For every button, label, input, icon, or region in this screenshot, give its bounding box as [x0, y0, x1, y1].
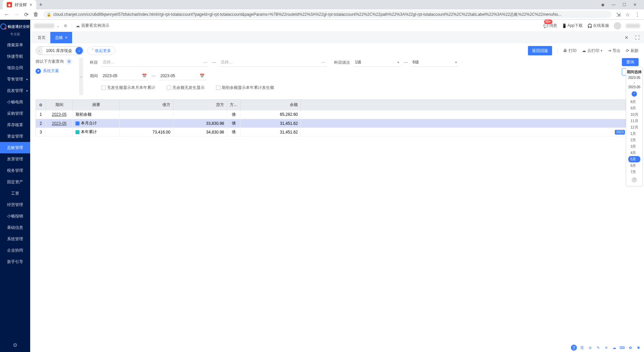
ellipsis-icon[interactable]: ⋯: [321, 60, 325, 65]
ime-icon[interactable]: 王: [571, 345, 577, 351]
sidebar-item[interactable]: 零售管理▸: [0, 73, 30, 85]
new-tab-button[interactable]: +: [39, 1, 43, 8]
sidebar-item[interactable]: 搜索菜单: [0, 39, 30, 51]
sidebar-item[interactable]: 工资: [0, 188, 30, 199]
sidebar-item[interactable]: 快捷导航: [0, 51, 30, 62]
period-link[interactable]: 2023-05: [52, 112, 66, 117]
period-month[interactable]: 1月: [628, 131, 640, 137]
url-input[interactable]: 🔒 cloud.chanjet.com/cc/u6d89qwnryel/57bf…: [43, 11, 611, 18]
close-window-icon[interactable]: ✕: [633, 2, 637, 7]
level-to-select[interactable]: 6级▾: [411, 58, 458, 67]
period-month[interactable]: 12月: [628, 124, 640, 131]
browser-tab[interactable]: ◆ 好业财 ×: [3, 0, 36, 9]
scheme-system[interactable]: ✦ 系统方案: [36, 68, 76, 74]
back-to-old-button[interactable]: 退回旧版: [528, 46, 552, 55]
period-month[interactable]: 10月: [628, 111, 640, 118]
tab-close-icon[interactable]: ×: [65, 35, 67, 40]
period-month[interactable]: 11月: [628, 118, 640, 124]
fullscreen-icon[interactable]: ⛶: [633, 34, 641, 42]
tab-close-icon[interactable]: ×: [30, 2, 32, 7]
sidebar-item[interactable]: 批发管理▸: [0, 85, 30, 96]
sidebar-item[interactable]: 税务管理: [0, 165, 30, 176]
period-month[interactable]: 2月: [628, 137, 640, 143]
close-all-tabs-icon[interactable]: ✕: [623, 34, 631, 42]
refresh-button[interactable]: ⟳刷新: [626, 48, 639, 54]
print-button[interactable]: 🖶打印: [563, 48, 577, 54]
period-month[interactable]: 6月: [628, 162, 640, 169]
account-selector[interactable]: ‹ 1001 库存现金 ›: [36, 46, 84, 55]
tray-icon[interactable]: ⌨: [619, 345, 625, 351]
sidebar-item[interactable]: 基础信息: [0, 222, 30, 233]
tray-icon[interactable]: ✿: [627, 345, 633, 351]
sidebar-item[interactable]: 小畅报销: [0, 210, 30, 222]
prev-account-icon[interactable]: ‹: [36, 46, 43, 55]
gear-icon[interactable]: ⚙: [64, 23, 67, 28]
subject-to-input[interactable]: 选择…⋯: [219, 58, 327, 67]
install-icon[interactable]: ⇲: [616, 11, 621, 18]
ellipsis-icon[interactable]: ⋯: [203, 60, 207, 65]
period-month[interactable]: 7月: [628, 169, 640, 175]
period-month[interactable]: 4月: [628, 150, 640, 156]
export-button[interactable]: ⇥导出: [608, 48, 621, 54]
back-icon[interactable]: ←: [4, 11, 9, 17]
period-month[interactable]: 3月: [628, 143, 640, 150]
reload-icon[interactable]: ⟳: [24, 11, 29, 18]
sidebar-item[interactable]: 小畅电商: [0, 96, 30, 108]
minimize-icon[interactable]: —: [611, 2, 616, 7]
sidebar-item[interactable]: 采购管理: [0, 108, 30, 119]
app-download-link[interactable]: 📱 App下载: [562, 23, 583, 29]
demo-link[interactable]: ☁ 我要看实例演示: [76, 23, 109, 29]
tray-icon[interactable]: ✎: [595, 345, 601, 351]
sidebar-item[interactable]: 发票管理: [0, 153, 30, 165]
tab-home[interactable]: 首页: [33, 32, 50, 43]
menu-icon[interactable]: ⋮: [635, 11, 640, 18]
cloud-print-button[interactable]: ☁云打印▾: [582, 48, 602, 54]
checkbox-no-balance[interactable]: 无余额无发生显示: [167, 85, 205, 91]
tray-icon[interactable]: ⊘: [587, 345, 593, 351]
col-gear-header[interactable]: ⚙: [36, 100, 46, 110]
period-link[interactable]: 2023-05: [52, 121, 66, 126]
date-from-input[interactable]: 2023-05📅: [101, 71, 148, 80]
level-from-select[interactable]: 1级▾: [354, 58, 400, 67]
scroll-up-icon[interactable]: ˄: [632, 91, 637, 97]
sidebar-item[interactable]: 经营管理: [0, 199, 30, 210]
sidebar-item[interactable]: 系统管理: [0, 233, 30, 245]
table-row[interactable]: 12023-05期初余额借65,282.60: [36, 110, 639, 119]
star-icon[interactable]: ☆: [625, 11, 630, 18]
sidebar-item[interactable]: 固定资产: [0, 176, 30, 188]
table-row[interactable]: 3本年累计73,416.0034,830.98借31,451.62: [36, 128, 639, 137]
avatar[interactable]: [614, 22, 621, 30]
sidebar-item[interactable]: 企业协同: [0, 245, 30, 256]
collapse-schemes-handle[interactable]: ‹: [79, 58, 83, 95]
period-month[interactable]: 9月: [628, 105, 640, 111]
sidebar-item[interactable]: 资金管理: [0, 131, 30, 142]
query-button[interactable]: 查询: [622, 58, 639, 66]
tray-icon[interactable]: ✕: [603, 345, 609, 351]
table-row[interactable]: 22023-05本月合计33,830.98借31,451.62: [36, 119, 639, 128]
tray-icon[interactable]: ☁: [611, 345, 617, 351]
sidebar-item[interactable]: 总账管理: [0, 142, 30, 153]
sidebar-settings-icon[interactable]: ⚙: [0, 338, 30, 352]
maximize-icon[interactable]: ☐: [622, 2, 627, 7]
account-icon[interactable]: ◉: [600, 2, 605, 7]
period-month[interactable]: 8月: [628, 99, 640, 105]
company-selector[interactable]: ⌄: [34, 23, 60, 28]
tray-icon[interactable]: ✖: [635, 345, 641, 351]
scheme-settings-icon[interactable]: ⚙: [66, 58, 72, 65]
scroll-down-icon[interactable]: ˅: [632, 177, 637, 183]
sidebar-item[interactable]: 库存核算: [0, 119, 30, 131]
customer-service-link[interactable]: 🎧 在线客服: [587, 23, 609, 29]
ime-lang[interactable]: 英: [579, 345, 585, 351]
messages-link[interactable]: 99+ 💬 消息: [543, 23, 557, 29]
checkbox-no-occurrence[interactable]: 无发生额显示本月本年累计: [101, 85, 155, 91]
subject-from-input[interactable]: 选择…⋯: [101, 58, 209, 67]
collapse-more-button[interactable]: ˄ 收起更多: [87, 46, 115, 55]
sidebar-item[interactable]: 新手引导: [0, 256, 30, 267]
period-month[interactable]: 5月: [628, 156, 640, 162]
checkbox-opening-balance[interactable]: 期初余额显示本年累计发生额: [216, 85, 274, 91]
date-to-input[interactable]: 2023-05📅: [159, 71, 206, 80]
next-account-icon[interactable]: ›: [75, 47, 83, 54]
delete-icon[interactable]: 🗑: [33, 11, 39, 17]
tab-ledger[interactable]: 总账 ×: [50, 32, 72, 43]
sidebar-item[interactable]: 项目合同: [0, 62, 30, 73]
